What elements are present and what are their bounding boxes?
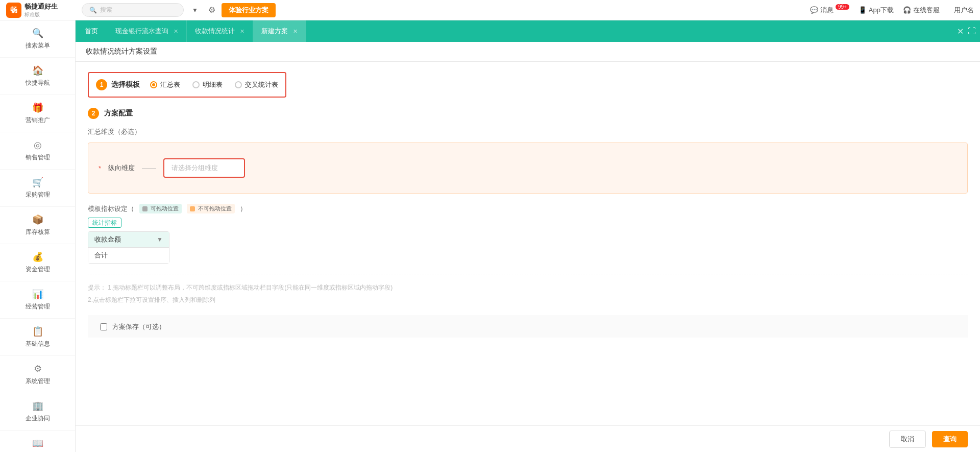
sidebar-item-sales[interactable]: ◎ 销售管理 (0, 132, 75, 170)
management-icon: 📊 (32, 289, 43, 300)
tab-close-icon[interactable]: ✕ (240, 28, 244, 35)
message-icon: 💬 (810, 6, 818, 14)
step2-header: 2 方案配置 (88, 108, 968, 119)
dimension-section-label: 汇总维度（必选） (88, 127, 968, 136)
sidebar-item-label: 资金管理 (26, 265, 50, 274)
metric-dropdown-icon[interactable]: ▼ (157, 236, 163, 243)
step2-section: 2 方案配置 汇总维度（必选） * 纵向维度 —— 请选择分组维度 (88, 108, 968, 305)
sidebar-item-guide[interactable]: 📖 新手引导 (0, 431, 75, 452)
purchase-icon: 🛒 (32, 177, 43, 188)
query-button[interactable]: 查询 (932, 431, 968, 447)
step1-section: 1 选择模板 汇总表 明细表 (88, 72, 968, 98)
sidebar: 🔍 搜索菜单 🏠 快捷导航 🎁 营销推广 ◎ 销售管理 🛒 采购管理 📦 库存核… (0, 20, 76, 452)
download-icon: 📱 (859, 6, 867, 14)
tab-home[interactable]: 首页 (76, 20, 107, 42)
tip-1: 提示： 1.拖动标题栏可以调整布局，不可跨维度或指标区域拖动栏目字段(只能在同一… (88, 282, 968, 294)
online-service-button[interactable]: 🎧 在线客服 (903, 6, 940, 15)
radio-label-summary: 汇总表 (160, 80, 180, 89)
step2-badge: 2 (88, 108, 99, 119)
vertical-label: 纵向维度 (108, 163, 135, 173)
sidebar-item-management[interactable]: 📊 经营管理 (0, 281, 75, 319)
metric-section-label: 统计指标 (88, 218, 121, 228)
sidebar-item-inventory[interactable]: 📦 库存核算 (0, 207, 75, 244)
radio-label-crosstab: 交叉统计表 (245, 80, 278, 89)
maximize-icon[interactable]: ⛶ (968, 27, 976, 36)
non-draggable-dot (190, 206, 195, 211)
sidebar-item-quicknav[interactable]: 🏠 快捷导航 (0, 58, 75, 95)
metric-settings-title: 模板指标设定（ 可拖动位置 不可拖动位置 ） (88, 204, 968, 213)
tab-collections[interactable]: 收款情况统计 ✕ (187, 20, 253, 42)
page-content: 收款情况统计方案设置 1 选择模板 汇 (76, 42, 980, 425)
tab-new-scheme[interactable]: 新建方案 ✕ (253, 20, 306, 42)
app-download-button[interactable]: 📱 App下载 (859, 6, 894, 15)
logo-area: 畅 畅捷通好生 标准版 (6, 2, 82, 18)
tab-close-icon[interactable]: ✕ (293, 28, 298, 35)
radio-circle-summary (150, 81, 157, 88)
close-window-icon[interactable]: ✕ (957, 27, 964, 36)
metric-settings: 模板指标设定（ 可拖动位置 不可拖动位置 ） (88, 204, 968, 264)
radio-detail[interactable]: 明细表 (192, 80, 223, 89)
bottom-action-bar: 取消 查询 (76, 425, 980, 452)
search-icon: 🔍 (32, 28, 43, 39)
sidebar-item-finance[interactable]: 💰 资金管理 (0, 244, 75, 281)
non-draggable-badge: 不可拖动位置 (187, 204, 235, 213)
sidebar-item-label: 搜索菜单 (26, 41, 50, 50)
draggable-badge: 可拖动位置 (139, 204, 182, 213)
trial-button[interactable]: 体验行业方案 (222, 3, 276, 17)
step1-header: 1 选择模板 汇总表 明细表 (88, 72, 968, 98)
notification-badge: 99+ (836, 4, 849, 10)
download-label: App下载 (869, 6, 894, 15)
sidebar-item-label: 基础信息 (26, 340, 50, 348)
arrow-icon: —— (142, 164, 156, 172)
radio-summary[interactable]: 汇总表 (150, 80, 180, 89)
gear-icon: ⚙ (34, 363, 42, 374)
sidebar-item-basic-info[interactable]: 📋 基础信息 (0, 319, 75, 356)
save-checkbox[interactable] (100, 323, 107, 330)
notification-label: 消息 (820, 6, 834, 15)
user-name[interactable]: 用户名 (949, 6, 974, 15)
radio-crosstab[interactable]: 交叉统计表 (235, 80, 278, 89)
sidebar-item-search[interactable]: 🔍 搜索菜单 (0, 20, 75, 58)
sidebar-item-collab[interactable]: 🏢 企业协同 (0, 393, 75, 431)
sidebar-item-label: 快捷导航 (26, 79, 50, 87)
tips-text: 提示： 1.拖动标题栏可以调整布局，不可跨维度或指标区域拖动栏目字段(只能在同一… (88, 282, 968, 305)
header-middle: 🔍 搜索 ▼ ⚙ 体验行业方案 (82, 3, 810, 17)
sidebar-item-label: 销售管理 (26, 153, 50, 162)
metric-header[interactable]: 收款金额 ▼ (88, 232, 169, 248)
step1-label: 选择模板 (111, 80, 140, 89)
draggable-dot (142, 206, 148, 211)
header-search-bar[interactable]: 🔍 搜索 (82, 3, 184, 17)
header-dropdown-button[interactable]: ▼ (188, 5, 202, 16)
collab-icon: 🏢 (32, 400, 43, 412)
sidebar-item-label: 经营管理 (26, 302, 50, 311)
search-icon: 🔍 (89, 7, 97, 14)
sidebar-item-label: 企业协同 (26, 414, 50, 423)
tab-cashflow[interactable]: 现金银行流水查询 ✕ (107, 20, 187, 42)
tab-bar-right: ✕ ⛶ (957, 20, 980, 42)
cancel-button[interactable]: 取消 (889, 431, 926, 448)
logo-text: 畅捷通好生 (24, 2, 58, 11)
sidebar-item-label: 库存核算 (26, 228, 50, 236)
sales-icon: ◎ (34, 139, 42, 151)
dimension-select[interactable]: 请选择分组维度 (163, 158, 245, 178)
finance-icon: 💰 (32, 251, 43, 263)
sidebar-item-system[interactable]: ⚙ 系统管理 (0, 356, 75, 393)
home-icon: 🏠 (32, 65, 43, 76)
notification-button[interactable]: 💬 消息 99+ (810, 6, 849, 15)
tab-bar: 首页 现金银行流水查询 ✕ 收款情况统计 ✕ 新建方案 ✕ ✕ ⛶ (76, 20, 980, 42)
config-section: 汇总维度（必选） * 纵向维度 —— 请选择分组维度 (88, 127, 968, 305)
dimension-area: * 纵向维度 —— 请选择分组维度 (88, 142, 968, 194)
settings-icon[interactable]: ⚙ (206, 3, 217, 17)
page-title: 收款情况统计方案设置 (76, 42, 980, 62)
save-section: 方案保存（可选） (88, 316, 968, 338)
dimension-select-placeholder: 请选择分组维度 (172, 164, 218, 172)
sidebar-item-purchase[interactable]: 🛒 采购管理 (0, 170, 75, 207)
guide-icon: 📖 (32, 438, 43, 449)
dimension-row: * 纵向维度 —— 请选择分组维度 (99, 158, 245, 178)
metric-column-header: 收款金额 (94, 235, 121, 244)
sidebar-item-marketing[interactable]: 🎁 营销推广 (0, 95, 75, 132)
service-label: 在线客服 (913, 6, 940, 15)
tab-close-icon[interactable]: ✕ (174, 28, 178, 35)
inventory-icon: 📦 (32, 214, 43, 225)
required-mark: * (99, 164, 101, 172)
